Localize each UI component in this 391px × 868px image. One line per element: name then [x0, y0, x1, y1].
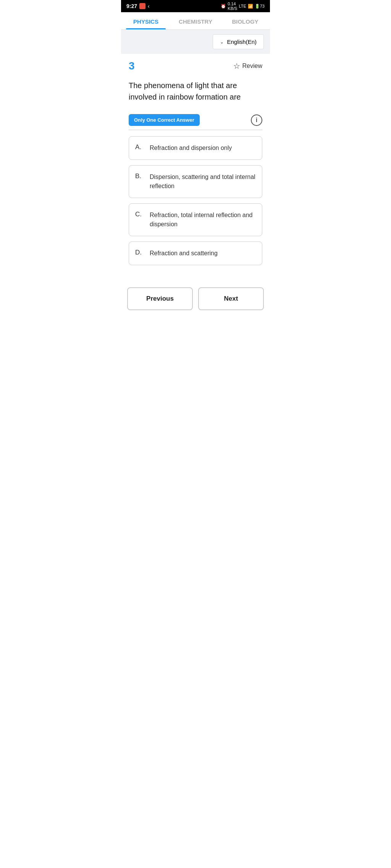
tab-chemistry[interactable]: CHEMISTRY: [171, 12, 220, 29]
question-number: 3: [129, 60, 135, 72]
tab-physics[interactable]: PHYSICS: [121, 12, 171, 29]
options-list: A. Refraction and dispersion only B. Dis…: [129, 136, 262, 265]
status-bar: 9:27 ‹ ⏰ 0.14KB/S LTE 📶 🔋73: [121, 0, 270, 12]
lte-icon: LTE: [239, 4, 246, 8]
alarm-icon: ⏰: [221, 4, 226, 9]
option-b[interactable]: B. Dispersion, scattering and total inte…: [129, 165, 262, 198]
tabs-container: PHYSICS CHEMISTRY BIOLOGY: [121, 12, 270, 30]
chevron-down-icon: ⌄: [220, 39, 224, 45]
navigation-buttons: Previous Next: [121, 281, 270, 322]
signal-icon: 📶: [248, 4, 253, 9]
language-selector[interactable]: ⌄ English(En): [213, 34, 264, 49]
question-header: 3 ☆ Review: [129, 60, 262, 72]
option-d[interactable]: D. Refraction and scattering: [129, 242, 262, 265]
next-button[interactable]: Next: [198, 287, 264, 310]
info-icon[interactable]: i: [251, 114, 262, 126]
status-time: 9:27: [126, 3, 137, 9]
option-a[interactable]: A. Refraction and dispersion only: [129, 136, 262, 160]
option-d-text: Refraction and scattering: [150, 249, 218, 258]
record-icon: [139, 3, 145, 9]
answer-type-badge: Only One Correct Answer: [129, 114, 200, 126]
star-icon: ☆: [233, 61, 240, 71]
tab-biology[interactable]: BIOLOGY: [220, 12, 270, 29]
battery-icon: 🔋73: [255, 4, 265, 9]
status-left: 9:27 ‹: [126, 3, 150, 9]
option-a-letter: A.: [135, 143, 144, 151]
option-b-letter: B.: [135, 172, 144, 180]
back-arrow-icon[interactable]: ‹: [148, 3, 150, 9]
language-label: English(En): [227, 39, 257, 45]
divider: [129, 130, 262, 130]
answer-type-row: Only One Correct Answer i: [129, 114, 262, 126]
option-c-letter: C.: [135, 211, 144, 218]
question-text: The phenomena of light that are involved…: [129, 80, 262, 103]
previous-button[interactable]: Previous: [127, 287, 193, 310]
option-a-text: Refraction and dispersion only: [150, 143, 232, 153]
option-c[interactable]: C. Refraction, total internal reflection…: [129, 203, 262, 236]
network-stats: 0.14KB/S: [228, 2, 237, 11]
question-area: 3 ☆ Review The phenomena of light that a…: [121, 54, 270, 281]
review-label: Review: [242, 63, 262, 69]
option-c-text: Refraction, total internal reflection an…: [150, 211, 256, 229]
status-icons: ⏰ 0.14KB/S LTE 📶 🔋73: [221, 2, 265, 11]
review-button[interactable]: ☆ Review: [233, 61, 262, 71]
option-d-letter: D.: [135, 249, 144, 256]
language-bar: ⌄ English(En): [121, 30, 270, 54]
option-b-text: Dispersion, scattering and total interna…: [150, 172, 256, 191]
